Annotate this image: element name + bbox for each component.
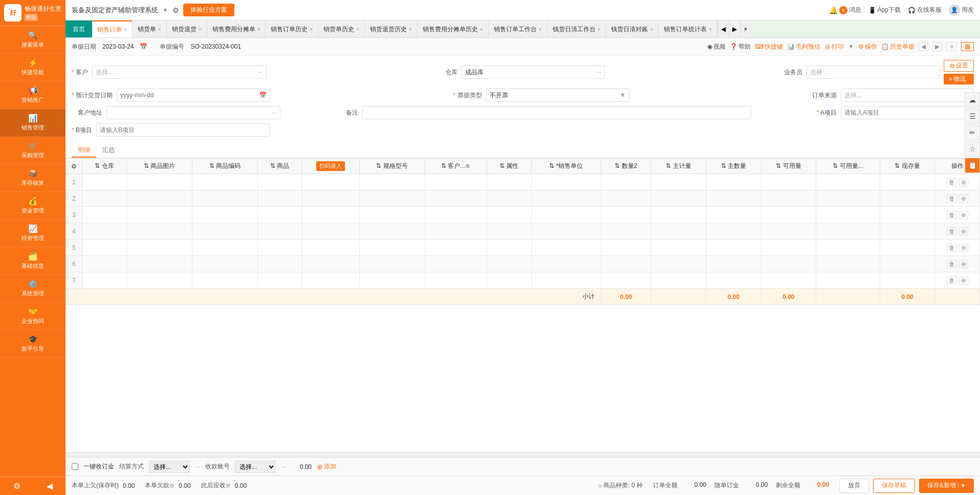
row-copy-btn[interactable]: ⊕: [959, 276, 968, 285]
scroll-area[interactable]: [66, 452, 980, 457]
col-salesunit[interactable]: ⇅ *销售单位: [531, 159, 601, 174]
delivery-input[interactable]: [120, 92, 259, 99]
tab-close-6[interactable]: ×: [356, 27, 359, 32]
payment-dots[interactable]: ···: [195, 463, 200, 470]
ticket-field[interactable]: 不开票 ▼: [486, 89, 629, 102]
col-availmore[interactable]: ⇅ 可用量...: [816, 159, 880, 174]
tab-close-2[interactable]: ×: [158, 27, 161, 32]
sidebar-item-system[interactable]: ⚙️ 系统管理: [0, 275, 66, 303]
col-warehouse[interactable]: ⇅ 仓库: [82, 159, 127, 174]
notification-area[interactable]: 🔔 8 消息: [829, 6, 861, 14]
delivery-calendar-icon[interactable]: 📅: [259, 92, 267, 99]
order-source-field[interactable]: 选择... ▼: [841, 89, 974, 102]
b-project-input[interactable]: [100, 126, 267, 134]
shortcut-tool[interactable]: ⌨ 快捷键: [755, 42, 783, 51]
row-copy-btn[interactable]: ⊕: [959, 260, 968, 268]
col-qty2[interactable]: ⇅ 数量2: [601, 159, 651, 174]
sidebar-item-finance[interactable]: 💰 资金管理: [0, 192, 66, 220]
tab-stats[interactable]: 销售订单统计表 ×: [659, 20, 717, 38]
tab-close-4[interactable]: ×: [257, 27, 260, 32]
payment-method-select[interactable]: 选择...: [149, 461, 190, 473]
view-tool[interactable]: ◉ 视频: [707, 42, 726, 51]
sidebar-item-base[interactable]: 🗂️ 基础信息: [0, 247, 66, 275]
add-logistics-btn[interactable]: + 物流: [944, 74, 974, 84]
a-project-field[interactable]: [841, 106, 974, 119]
industry-btn[interactable]: 体验行业方案: [183, 4, 234, 16]
row-delete-btn[interactable]: 🗑: [947, 211, 957, 219]
warehouse-field[interactable]: 成品库 ···: [462, 66, 605, 79]
row-delete-btn[interactable]: 🗑: [947, 227, 957, 235]
user-area[interactable]: 👤 用友: [949, 5, 974, 16]
tab-workbench[interactable]: 销售订单工作台 ×: [489, 20, 548, 38]
row-copy-btn[interactable]: ⊕: [959, 227, 968, 235]
dropdown-icon[interactable]: ▼: [162, 7, 168, 14]
customer-more-icon[interactable]: ···: [257, 69, 263, 76]
row-delete-btn[interactable]: 🗑: [947, 178, 957, 186]
tab-close-9[interactable]: ×: [539, 27, 542, 32]
sidebar-item-newbie[interactable]: 🎓 新手引导: [0, 330, 66, 358]
calendar-icon[interactable]: 📅: [140, 43, 147, 50]
row-copy-btn[interactable]: ⊕: [959, 195, 968, 203]
col-product[interactable]: ⇅ 商品: [257, 159, 302, 174]
tab-daily-clear[interactable]: 钱货日清工作台 ×: [548, 20, 606, 38]
print-tool[interactable]: 🖨 打印: [824, 42, 844, 51]
collapse-icon[interactable]: ◀: [47, 481, 53, 491]
ticket-dropdown-icon[interactable]: ▼: [620, 92, 626, 99]
row-copy-btn[interactable]: ⊕: [959, 178, 968, 186]
col-attr[interactable]: ⇅ 属性: [487, 159, 531, 174]
col-settings[interactable]: ⚙: [66, 159, 82, 174]
tab-home[interactable]: 首页: [66, 20, 92, 38]
staff-field[interactable]: 选择...: [807, 66, 940, 79]
tab-goods-hist[interactable]: 销货单历史 ×: [318, 20, 365, 38]
tab-close-12[interactable]: ×: [709, 27, 712, 32]
row-delete-btn[interactable]: 🗑: [947, 244, 957, 252]
bank-select[interactable]: 选择...: [235, 461, 276, 473]
col-mainunit[interactable]: ⇅ 主计量: [651, 159, 706, 174]
sidebar-item-search[interactable]: 🔍 搜索菜单: [0, 26, 66, 54]
grid-view-btn[interactable]: ▦: [961, 42, 974, 51]
list-view-btn[interactable]: ≡: [946, 42, 957, 51]
bank-dots[interactable]: ···: [281, 463, 286, 470]
row-copy-btn[interactable]: ⊕: [959, 211, 968, 219]
sidebar-item-ops[interactable]: 📈 经营管理: [0, 220, 66, 247]
sidebar-item-quicknav[interactable]: ⚡ 快捷导航: [0, 54, 66, 81]
help-tool[interactable]: ❓ 帮助: [730, 42, 751, 51]
tab-summary[interactable]: 汇总: [96, 144, 121, 158]
tab-prev-btn[interactable]: ◀: [717, 20, 729, 38]
row-copy-btn[interactable]: ⊕: [959, 244, 968, 252]
col-code[interactable]: ⇅ 商品编码: [192, 159, 257, 174]
add-btn[interactable]: ⊕ 添加: [317, 462, 336, 471]
tab-sales-order[interactable]: 销售订单 ×: [92, 20, 133, 38]
tab-close-7[interactable]: ×: [409, 27, 412, 32]
col-spectype[interactable]: ⇅ 规格型号: [359, 159, 425, 174]
tab-close-5[interactable]: ×: [310, 27, 313, 32]
settings-btn[interactable]: ⚙ 设置: [944, 60, 974, 72]
tab-order-hist[interactable]: 销售订单历史 ×: [266, 20, 318, 38]
tab-detail[interactable]: 明细: [72, 144, 96, 158]
tab-close-8[interactable]: ×: [480, 27, 483, 32]
col-avail[interactable]: ⇅ 可用量: [761, 159, 816, 174]
tab-close-3[interactable]: ×: [199, 27, 202, 32]
sidebar-item-inventory[interactable]: 📦 库存核算: [0, 164, 66, 192]
address-field[interactable]: ···: [106, 106, 280, 119]
dropdown-print-icon[interactable]: ▼: [848, 43, 854, 50]
settings-bottom-icon[interactable]: ⚙: [13, 481, 20, 491]
save-new-dropdown-icon[interactable]: ▼: [958, 483, 966, 488]
tab-return-hist[interactable]: 销货退货历史 ×: [365, 20, 418, 38]
save-draft-btn[interactable]: 保存草稿: [873, 479, 915, 493]
tab-close-10[interactable]: ×: [598, 27, 601, 32]
row-delete-btn[interactable]: 🗑: [947, 276, 957, 285]
rs-doc-btn[interactable]: 📋: [965, 158, 980, 173]
delivery-field[interactable]: 📅: [117, 89, 270, 102]
tab-return[interactable]: 销货退货 ×: [167, 20, 207, 38]
address-more-icon[interactable]: ···: [272, 109, 277, 116]
profit-tool[interactable]: 📊 毛利预估: [787, 42, 820, 51]
quick-deposit-checkbox[interactable]: [72, 463, 78, 470]
tab-reconcile[interactable]: 钱货日清对账 ×: [606, 20, 659, 38]
tab-expense[interactable]: 销售费用分摊单 ×: [207, 20, 266, 38]
ops-tool[interactable]: ⚙ 操作: [858, 42, 877, 51]
tab-next-btn[interactable]: ▶: [729, 20, 740, 38]
sidebar-item-collab[interactable]: 🤝 企业协同: [0, 303, 66, 330]
row-delete-btn[interactable]: 🗑: [947, 260, 957, 268]
b-project-field[interactable]: [96, 123, 270, 137]
